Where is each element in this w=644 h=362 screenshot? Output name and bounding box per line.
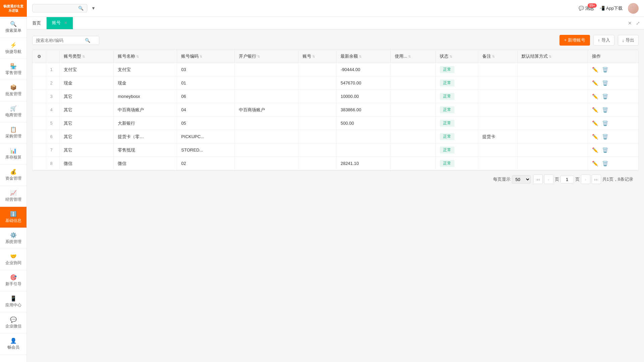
main-area: 🔍 ▼ 💬 消息 99+ 📲 App下载 首页 账号 ✕ ✕ <box>27 0 644 362</box>
cell-account-name: 支付宝 <box>114 63 177 76</box>
sidebar-item-member[interactable]: 👤 畅会员 <box>0 334 26 355</box>
cell-open-bank <box>235 157 298 170</box>
th-account-name[interactable]: 账号名称⇅ <box>114 50 177 63</box>
sidebar-item-app-center[interactable]: 📱 应用中心 <box>0 291 26 312</box>
add-account-button[interactable]: + 新增账号 <box>559 35 590 46</box>
next-page-btn[interactable]: › <box>581 175 590 184</box>
cell-index: 3 <box>46 90 59 103</box>
message-icon: 💬 <box>579 6 584 11</box>
sidebar-item-basic-info[interactable]: ℹ️ 基础信息 <box>0 207 26 228</box>
avatar[interactable] <box>628 3 639 14</box>
delete-btn[interactable]: 🗑️ <box>602 80 608 86</box>
delete-btn[interactable]: 🗑️ <box>602 107 608 113</box>
app-download-btn[interactable]: 📲 App下载 <box>599 5 623 11</box>
export-label: 导出 <box>626 37 634 43</box>
delete-btn[interactable]: 🗑️ <box>602 147 608 153</box>
cell-use <box>391 103 436 117</box>
th-balance[interactable]: 最新余额⇅ <box>336 50 391 63</box>
sidebar-item-wholesale[interactable]: 📦 批发管理 <box>0 80 26 101</box>
sidebar-item-inventory[interactable]: 📊 库存核算 <box>0 143 26 165</box>
edit-btn[interactable]: ✏️ <box>592 94 598 99</box>
import-icon: ↑ <box>598 38 600 43</box>
import-label: 导入 <box>601 37 610 43</box>
import-button[interactable]: ↑ 导入 <box>593 35 614 46</box>
th-account-no[interactable]: 账号⇅ <box>298 50 336 63</box>
topbar-search-icon: 🔍 <box>78 6 84 11</box>
cell-gear <box>33 143 46 157</box>
tab-expand-btn[interactable]: ⤢ <box>635 20 641 26</box>
sidebar-item-purchase[interactable]: 📋 采购管理 <box>0 122 26 143</box>
sidebar-item-fund[interactable]: 💰 资金管理 <box>0 165 26 186</box>
topbar-dropdown-icon[interactable]: ▼ <box>91 6 96 11</box>
th-remark[interactable]: 备注⇅ <box>478 50 518 63</box>
edit-btn[interactable]: ✏️ <box>592 147 598 153</box>
sidebar-item-operation[interactable]: 📈 经营管理 <box>0 186 26 207</box>
cell-account-name: 微信 <box>114 157 177 170</box>
cell-action: ✏️ 🗑️ <box>588 90 638 103</box>
edit-btn[interactable]: ✏️ <box>592 134 598 139</box>
delete-btn[interactable]: 🗑️ <box>602 120 608 126</box>
tab-close-window-btn[interactable]: ✕ <box>627 20 633 26</box>
th-gear[interactable]: ⚙ <box>33 50 46 63</box>
delete-btn[interactable]: 🗑️ <box>602 161 608 166</box>
sidebar-item-biz-wechat[interactable]: 💬 企业微信 <box>0 312 26 334</box>
cell-remark <box>478 117 518 130</box>
sidebar-item-quick-nav[interactable]: ⚡ 快捷导航 <box>0 38 26 59</box>
cell-account-type: 支付宝 <box>59 63 114 76</box>
th-default-settle[interactable]: 默认结算方式⇅ <box>518 50 588 63</box>
quick-nav-icon: ⚡ <box>10 42 17 48</box>
sidebar-item-sys[interactable]: ⚙️ 系统管理 <box>0 228 26 249</box>
cell-remark <box>478 90 518 103</box>
sidebar-item-search-menu[interactable]: 🔍 搜索菜单 <box>0 17 26 38</box>
tab-home[interactable]: 首页 <box>27 17 47 29</box>
cell-remark <box>478 76 518 90</box>
th-account-type[interactable]: 账号类型⇅ <box>59 50 114 63</box>
cell-open-bank <box>235 90 298 103</box>
cell-status: 正常 <box>435 76 478 90</box>
cell-balance <box>336 130 391 143</box>
toolbar-left: 🔍 <box>32 36 99 45</box>
table-row: 8 微信 微信 02 28241.10 正常 ✏️ 🗑️ <box>33 157 638 170</box>
edit-btn[interactable]: ✏️ <box>592 120 598 126</box>
sidebar-item-retail[interactable]: 🏪 零售管理 <box>0 59 26 80</box>
last-page-btn[interactable]: ⏭ <box>592 175 601 184</box>
account-search-input[interactable] <box>36 38 83 43</box>
first-page-btn[interactable]: ⏮ <box>533 175 543 184</box>
th-account-code[interactable]: 账号编码⇅ <box>177 50 235 63</box>
cell-account-type: 其它 <box>59 130 114 143</box>
page-size-dropdown[interactable]: 50 100 200 <box>512 175 531 184</box>
sidebar-item-new-guide[interactable]: 🎯 新手引导 <box>0 270 26 291</box>
cell-balance: 10000.00 <box>336 90 391 103</box>
edit-btn[interactable]: ✏️ <box>592 67 598 72</box>
delete-btn[interactable]: 🗑️ <box>602 67 608 72</box>
cell-default-settle <box>518 130 588 143</box>
cell-balance <box>336 143 391 157</box>
edit-btn[interactable]: ✏️ <box>592 161 598 166</box>
account-search-box[interactable]: 🔍 <box>32 36 99 45</box>
th-use[interactable]: 使用...⇅ <box>391 50 436 63</box>
cell-status: 正常 <box>435 117 478 130</box>
cell-account-code: 02 <box>177 157 235 170</box>
prev-page-btn[interactable]: ‹ <box>544 175 553 184</box>
sidebar-item-label: 新手引导 <box>5 281 21 287</box>
cell-default-settle <box>518 143 588 157</box>
sidebar-item-biz-agreement[interactable]: 🤝 企业协同 <box>0 249 26 270</box>
tab-close-icon[interactable]: ✕ <box>64 20 67 25</box>
th-status[interactable]: 状态⇅ <box>435 50 478 63</box>
topbar-search-input[interactable] <box>36 6 76 11</box>
sidebar-item-ecom[interactable]: 🛒 电商管理 <box>0 101 26 122</box>
tab-account[interactable]: 账号 ✕ <box>47 17 73 29</box>
th-open-bank[interactable]: 开户银行⇅ <box>235 50 298 63</box>
export-icon: ↓ <box>622 38 625 43</box>
topbar-search-box[interactable]: 🔍 <box>32 4 87 12</box>
cell-account-no <box>298 76 336 90</box>
message-btn[interactable]: 💬 消息 99+ <box>579 5 594 11</box>
page-input[interactable] <box>560 176 574 183</box>
delete-btn[interactable]: 🗑️ <box>602 94 608 99</box>
export-button[interactable]: ↓ 导出 <box>618 35 639 46</box>
edit-btn[interactable]: ✏️ <box>592 80 598 86</box>
edit-btn[interactable]: ✏️ <box>592 107 598 113</box>
cell-account-no <box>298 130 336 143</box>
cell-balance: 547670.00 <box>336 76 391 90</box>
delete-btn[interactable]: 🗑️ <box>602 134 608 139</box>
